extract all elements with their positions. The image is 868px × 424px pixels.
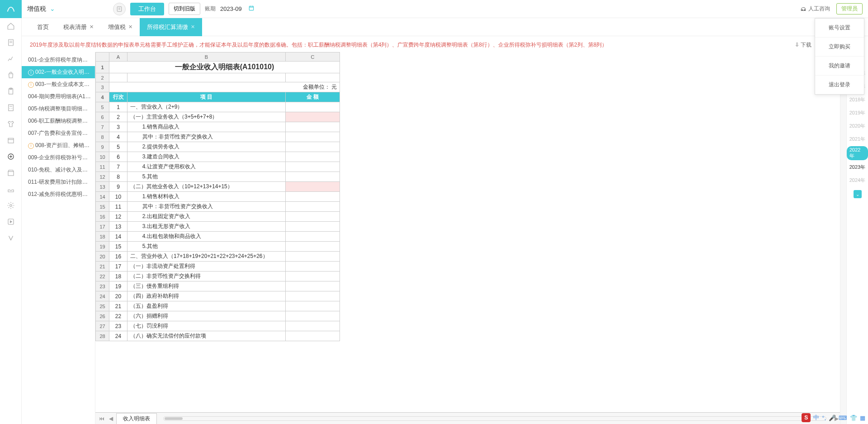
cell-item[interactable]: （四）政府补助利得	[127, 291, 286, 301]
sheet-tab[interactable]: 收入明细表	[116, 413, 157, 424]
cell-amount[interactable]	[286, 281, 340, 291]
cell-line[interactable]: 9	[109, 182, 127, 192]
cell-line[interactable]: 13	[109, 222, 127, 232]
cell-item[interactable]: 3.出租无形资产收入	[127, 222, 286, 232]
row-number[interactable]: 14	[96, 192, 109, 202]
ime-mic-icon[interactable]: 🎤	[829, 414, 836, 421]
cell-amount[interactable]	[286, 102, 340, 112]
nav-clipboard-icon[interactable]	[0, 83, 22, 100]
cell-amount[interactable]	[286, 172, 340, 182]
tree-item-2[interactable]: 003-一般企业成本支出明细...	[22, 78, 95, 91]
tree-item-1[interactable]: 002-一般企业收入明细表(A1...	[22, 66, 95, 78]
cell-amount[interactable]	[286, 301, 340, 311]
row-number[interactable]: 23	[96, 281, 109, 291]
sheet-table[interactable]: ABC1一般企业收入明细表(A101010)23金额单位： 元4行次项 目金 额…	[95, 52, 340, 341]
cell-amount[interactable]	[286, 212, 340, 222]
row-number[interactable]: 10	[96, 152, 109, 162]
cell-item[interactable]: （六）捐赠利得	[127, 311, 286, 321]
cell-line[interactable]: 17	[109, 262, 127, 272]
row-number[interactable]: 13	[96, 182, 109, 192]
row-number[interactable]: 11	[96, 162, 109, 172]
dropdown-item-2[interactable]: 我的邀请	[815, 57, 864, 76]
nav-play-icon[interactable]	[0, 214, 22, 230]
cell-item[interactable]: 2.出租固定资产收入	[127, 212, 286, 222]
row-number[interactable]: 26	[96, 311, 109, 321]
cell-item[interactable]: 5.其他	[127, 242, 286, 252]
history-icon[interactable]	[113, 3, 126, 15]
ime-grid-icon[interactable]: ▦	[860, 414, 865, 421]
ime-skin-icon[interactable]: 👕	[850, 414, 857, 421]
cell-amount[interactable]	[286, 142, 340, 152]
tree-item-10[interactable]: 011-研发费用加计扣除优惠...	[22, 176, 95, 188]
download-button[interactable]: ⇩ 下载	[795, 41, 811, 49]
cell-line[interactable]: 1	[109, 102, 127, 112]
cell-item[interactable]: （二）其他业务收入（10+12+13+14+15）	[127, 182, 286, 192]
year-2024年[interactable]: 2024年	[848, 174, 867, 186]
cell-amount[interactable]	[286, 162, 340, 172]
cell-amount[interactable]	[286, 192, 340, 202]
cell-item[interactable]: 5.其他	[127, 172, 286, 182]
ime-punct-icon[interactable]: °,	[822, 414, 826, 421]
tree-item-0[interactable]: 001-企业所得税年度纳税申...	[22, 54, 95, 66]
cell-line[interactable]: 21	[109, 301, 127, 311]
tree-item-7[interactable]: 008-资产折旧、摊销及纳税...	[22, 139, 95, 152]
workspace-button[interactable]: 工作台	[130, 3, 164, 15]
year-2020年[interactable]: 2020年	[848, 120, 867, 132]
cell-amount[interactable]	[286, 311, 340, 321]
row-number[interactable]: 16	[96, 212, 109, 222]
cell-amount[interactable]	[286, 122, 340, 132]
tree-item-3[interactable]: 004-期间费用明细表(A1040...	[22, 91, 95, 103]
cell-line[interactable]: 5	[109, 142, 127, 152]
tree-item-9[interactable]: 010-免税、减计收入及加计...	[22, 164, 95, 176]
nav-calc-icon[interactable]	[0, 100, 22, 116]
cell-amount[interactable]	[286, 132, 340, 142]
year-more-icon[interactable]: ⌄	[854, 190, 862, 198]
cell-line[interactable]: 3	[109, 122, 127, 132]
row-number[interactable]: 28	[96, 331, 109, 341]
cell-line[interactable]: 8	[109, 172, 127, 182]
year-2018年[interactable]: 2018年	[848, 94, 867, 106]
cell-line[interactable]: 4	[109, 132, 127, 142]
cell-item[interactable]: （二）非货币性资产交换利得	[127, 272, 286, 281]
ime-lang[interactable]: 中	[813, 414, 819, 422]
nav-home-icon[interactable]	[0, 18, 22, 34]
nav-v-icon[interactable]	[0, 230, 22, 246]
cell-amount[interactable]	[286, 262, 340, 272]
ime-logo-icon[interactable]: S	[802, 413, 811, 422]
row-number[interactable]: 8	[96, 132, 109, 142]
horizontal-scrollbar[interactable]	[163, 416, 826, 421]
row-number[interactable]: 22	[96, 272, 109, 281]
cell-line[interactable]: 16	[109, 252, 127, 262]
cell-line[interactable]: 14	[109, 232, 127, 242]
dropdown-item-1[interactable]: 立即购买	[815, 38, 864, 57]
sheet-nav-prev-icon[interactable]: ◀	[107, 415, 114, 422]
cell-item[interactable]: 2.提供劳务收入	[127, 142, 286, 152]
sheet-corner[interactable]	[96, 52, 109, 62]
cell-line[interactable]: 19	[109, 281, 127, 291]
cell-amount[interactable]	[286, 222, 340, 232]
nav-doc-icon[interactable]	[0, 34, 22, 51]
cell-line[interactable]: 7	[109, 162, 127, 172]
cell-item[interactable]: （八）确实无法偿付的应付款项	[127, 331, 286, 341]
ime-keyboard-icon[interactable]: ⌨	[839, 414, 847, 421]
nav-inbox-icon[interactable]	[0, 181, 22, 197]
cell-line[interactable]: 15	[109, 242, 127, 252]
dropdown-item-0[interactable]: 账号设置	[815, 19, 864, 38]
vertical-scrollbar[interactable]	[840, 52, 846, 424]
cell-line[interactable]: 10	[109, 192, 127, 202]
nav-gear-icon[interactable]	[0, 197, 22, 214]
cell-item[interactable]: （七）罚没利得	[127, 321, 286, 331]
tab-close-icon[interactable]: ✕	[90, 24, 94, 30]
nav-shirt-icon[interactable]	[0, 116, 22, 132]
row-number[interactable]: 15	[96, 202, 109, 212]
cell-amount[interactable]	[286, 112, 340, 122]
cell-amount[interactable]	[286, 152, 340, 162]
cell-amount[interactable]	[286, 321, 340, 331]
year-2021年[interactable]: 2021年	[848, 133, 867, 145]
tree-item-6[interactable]: 007-广告费和业务宣传费跨...	[22, 127, 95, 139]
cell-line[interactable]: 24	[109, 331, 127, 341]
cell-amount[interactable]	[286, 291, 340, 301]
cell-item[interactable]: （五）盘盈利得	[127, 301, 286, 311]
cell-amount[interactable]	[286, 182, 340, 192]
nav-chart-icon[interactable]	[0, 51, 22, 67]
